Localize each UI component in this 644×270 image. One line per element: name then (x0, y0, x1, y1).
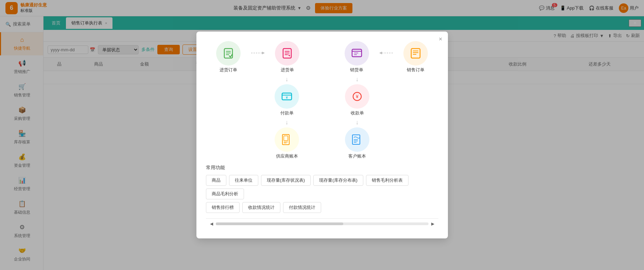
arrow-po-to-p (251, 41, 265, 55)
purchase-order-label: 进货订单 (220, 67, 237, 73)
func-btn-sales-margin[interactable]: 销售毛利分析表 (366, 175, 408, 186)
sales-invoice-circle (345, 41, 369, 66)
flow-node-sales-order: 销售订单 (393, 41, 438, 73)
purchase-label: 进货单 (281, 67, 294, 73)
svg-text:¥: ¥ (285, 96, 288, 100)
flow-node-customer-account: 客户账本 (334, 127, 380, 159)
supplier-account-label: 供应商账本 (276, 153, 298, 159)
scroll-bar-area: ◀ ▶ (206, 218, 438, 229)
payment-label: 付款单 (280, 110, 294, 116)
func-buttons-row2: 销售排行榜 收款情况统计 付款情况统计 (206, 202, 438, 213)
receipt-down-arrow: ↓ (334, 119, 380, 126)
func-btn-partner[interactable]: 往来单位 (229, 175, 258, 186)
func-buttons: 商品 往来单位 现存量(库存状况表) 现存量(库存分布表) 销售毛利分析表 商品… (206, 175, 438, 199)
func-btn-sales-rank[interactable]: 销售排行榜 (206, 202, 240, 213)
modal-close-button[interactable]: × (439, 36, 442, 43)
flow-node-sales-invoice: 销货单 (334, 41, 379, 73)
sales-invoice-down-arrow: ↓ (334, 76, 380, 83)
sales-invoice-label: 销货单 (350, 67, 363, 73)
purchase-down-arrow: ↓ (264, 76, 310, 83)
svg-marker-15 (379, 52, 382, 54)
purchase-circle (275, 41, 299, 66)
supplier-account-circle (275, 127, 299, 152)
modal: × 进货订单 进货单 (196, 32, 448, 238)
func-btn-payment-stats[interactable]: 付款情况统计 (283, 202, 321, 213)
flow-node-payment: ¥ 付款单 (264, 84, 310, 116)
purchase-order-circle (216, 41, 241, 66)
scroll-thumb (216, 222, 344, 225)
common-funcs: 常用功能 商品 往来单位 现存量(库存状况表) 现存量(库存分布表) 销售毛利分… (206, 165, 438, 213)
flow-node-supplier-account: 供应商账本 (264, 127, 310, 159)
func-btn-product-margin[interactable]: 商品毛利分析 (206, 188, 244, 199)
customer-account-circle (345, 127, 369, 152)
receipt-circle: ¥ (345, 84, 369, 109)
func-btn-stock-status[interactable]: 现存量(库存状况表) (261, 175, 311, 186)
scroll-left-arrow[interactable]: ◀ (210, 221, 213, 226)
svg-marker-5 (262, 52, 265, 54)
func-btn-product[interactable]: 商品 (206, 175, 226, 186)
sales-order-label: 销售订单 (407, 67, 424, 73)
flow-node-purchase: 进货单 (265, 41, 310, 73)
func-btn-collection-stats[interactable]: 收款情况统计 (242, 202, 280, 213)
scroll-right-arrow[interactable]: ▶ (431, 221, 434, 226)
customer-account-label: 客户账本 (348, 153, 366, 159)
sales-order-circle (403, 41, 428, 66)
svg-rect-26 (284, 136, 288, 141)
receipt-label: 收款单 (351, 110, 364, 116)
flow-node-purchase-order: 进货订单 (206, 41, 251, 73)
payment-circle: ¥ (275, 84, 299, 109)
payment-down-arrow: ↓ (264, 119, 310, 126)
svg-rect-16 (411, 49, 420, 58)
modal-overlay[interactable]: × 进货订单 进货单 (0, 0, 644, 270)
svg-text:¥: ¥ (355, 94, 359, 99)
scroll-bar[interactable] (216, 222, 429, 225)
flow-node-receipt: ¥ 收款单 (334, 84, 380, 116)
func-btn-stock-dist[interactable]: 现存量(库存分布表) (313, 175, 363, 186)
common-funcs-title: 常用功能 (206, 165, 438, 171)
arrow-so-to-si (379, 41, 393, 55)
